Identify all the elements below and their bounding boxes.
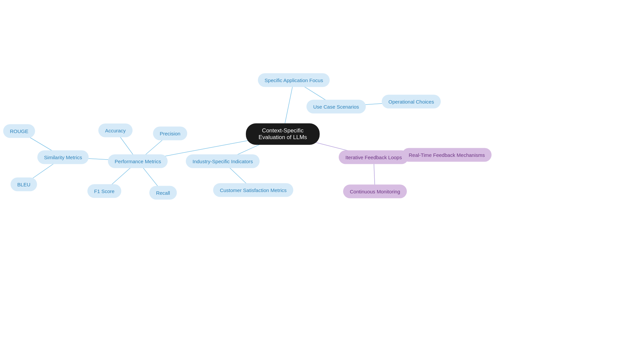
node-similarity_metrics[interactable]: Similarity Metrics: [37, 150, 89, 164]
node-continuous_monitoring[interactable]: Continuous Monitoring: [343, 185, 407, 198]
node-operational_choices[interactable]: Operational Choices: [382, 95, 441, 109]
node-accuracy[interactable]: Accuracy: [98, 124, 132, 137]
node-bleu[interactable]: BLEU: [10, 178, 37, 191]
node-specific_application_focus[interactable]: Specific Application Focus: [258, 73, 330, 87]
mind-map-canvas: Context-Specific Evaluation of LLMsSpeci…: [0, 0, 644, 363]
node-center[interactable]: Context-Specific Evaluation of LLMs: [246, 123, 320, 145]
node-recall[interactable]: Recall: [149, 186, 177, 200]
node-rouge[interactable]: ROUGE: [3, 124, 35, 138]
node-precision[interactable]: Precision: [153, 127, 187, 140]
node-f1_score[interactable]: F1 Score: [88, 184, 121, 198]
node-industry_specific_indicators[interactable]: Industry-Specific Indicators: [186, 155, 260, 168]
connection-lines: [0, 0, 644, 363]
node-use_case_scenarios[interactable]: Use Case Scenarios: [307, 100, 366, 114]
node-performance_metrics[interactable]: Performance Metrics: [108, 155, 168, 168]
node-real_time_feedback[interactable]: Real-Time Feedback Mechanisms: [402, 148, 491, 162]
node-iterative_feedback_loops[interactable]: Iterative Feedback Loops: [339, 150, 409, 164]
node-customer_satisfaction_metrics[interactable]: Customer Satisfaction Metrics: [213, 183, 293, 197]
